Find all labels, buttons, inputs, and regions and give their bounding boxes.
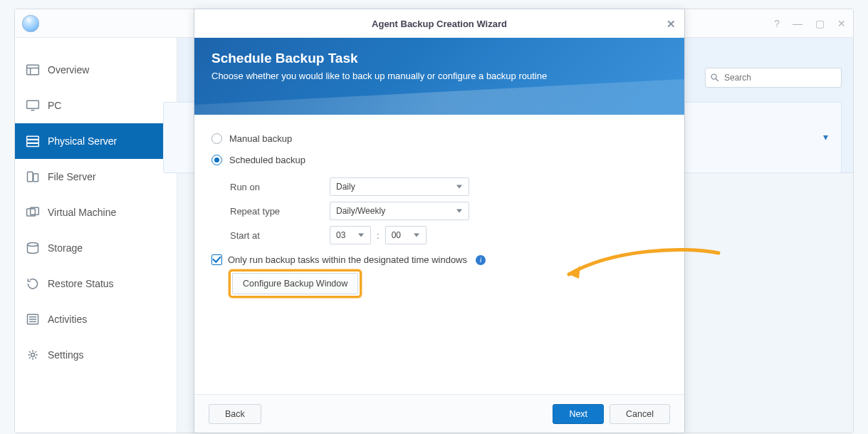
search-box[interactable] — [705, 68, 842, 88]
server-icon — [25, 135, 41, 148]
svg-rect-6 — [27, 140, 39, 143]
info-icon[interactable]: i — [476, 255, 486, 265]
sidebar-item-file-server[interactable]: File Server — [15, 159, 177, 195]
search-input[interactable] — [724, 73, 837, 83]
sidebar-item-label: Storage — [48, 242, 83, 254]
sidebar-item-label: Settings — [48, 349, 84, 361]
sidebar-item-settings[interactable]: Settings — [15, 337, 177, 373]
sidebar-item-label: Restore Status — [48, 278, 114, 289]
chevron-down-icon: ▾ — [823, 131, 828, 143]
cancel-button[interactable]: Cancel — [610, 404, 670, 424]
sidebar-item-activities[interactable]: Activities — [15, 301, 177, 337]
radio-icon — [211, 155, 222, 165]
svg-rect-5 — [27, 136, 39, 139]
start-minute-select[interactable]: 00 — [385, 226, 427, 244]
storage-icon — [25, 242, 41, 254]
wizard-titlebar: Agent Backup Creation Wizard ✕ — [194, 9, 684, 38]
start-hour-select[interactable]: 03 — [330, 226, 371, 244]
radio-label: Manual backup — [229, 133, 292, 144]
run-on-select[interactable]: Daily — [330, 177, 469, 196]
activities-icon — [25, 313, 41, 326]
window-controls: ? — ▢ ✕ — [774, 18, 846, 29]
wizard-modal: Agent Backup Creation Wizard ✕ Schedule … — [194, 9, 685, 433]
sidebar-item-physical-server[interactable]: Physical Server — [15, 123, 177, 159]
back-button[interactable]: Back — [209, 404, 261, 424]
search-icon — [710, 73, 720, 83]
sidebar-item-label: Activities — [48, 314, 87, 325]
time-colon: : — [377, 230, 380, 241]
pc-icon — [25, 99, 41, 112]
configure-backup-highlight: Configure Backup Window — [229, 269, 362, 298]
start-at-label: Start at — [230, 230, 330, 241]
sidebar-item-overview[interactable]: Overview — [15, 52, 177, 88]
svg-point-18 — [711, 74, 716, 79]
svg-rect-0 — [27, 65, 39, 74]
sidebar-item-storage[interactable]: Storage — [15, 230, 177, 266]
configure-backup-window-button[interactable]: Configure Backup Window — [232, 273, 358, 294]
radio-scheduled[interactable]: Scheduled backup — [211, 149, 667, 170]
sidebar-item-pc[interactable]: PC — [15, 88, 177, 123]
checkbox-label: Only run backup tasks within the designa… — [228, 254, 467, 265]
sidebar-item-label: File Server — [48, 171, 96, 182]
help-icon[interactable]: ? — [774, 18, 780, 29]
sidebar-item-virtual-machine[interactable]: Virtual Machine — [15, 195, 177, 230]
backup-window-checkbox-row[interactable]: Only run backup tasks within the designa… — [211, 254, 667, 265]
svg-rect-7 — [27, 143, 39, 146]
wizard-header: Schedule Backup Task Choose whether you … — [194, 38, 684, 115]
next-button[interactable]: Next — [553, 404, 604, 424]
svg-point-12 — [28, 243, 38, 247]
wizard-title: Agent Backup Creation Wizard — [372, 19, 507, 29]
repeat-type-select[interactable]: Daily/Weekly — [330, 202, 469, 220]
svg-rect-3 — [27, 100, 39, 108]
svg-point-17 — [31, 353, 35, 357]
sidebar-item-restore-status[interactable]: Restore Status — [15, 266, 177, 301]
wizard-header-title: Schedule Backup Task — [211, 51, 667, 66]
wizard-body: Manual backup Scheduled backup Run on Da… — [194, 115, 684, 311]
radio-icon — [211, 133, 222, 144]
sidebar: Overview PC Physical Server File Server … — [15, 38, 177, 433]
maximize-icon[interactable]: ▢ — [815, 18, 825, 29]
svg-rect-8 — [28, 172, 33, 181]
vm-icon — [25, 206, 41, 219]
app-logo-icon — [22, 15, 39, 32]
run-on-label: Run on — [230, 182, 330, 192]
sidebar-item-label: PC — [48, 100, 61, 111]
sidebar-item-label: Physical Server — [48, 135, 117, 147]
close-app-icon[interactable]: ✕ — [837, 18, 846, 29]
overview-icon — [25, 63, 41, 76]
gear-icon — [25, 348, 41, 361]
wizard-header-subtitle: Choose whether you would like to back up… — [211, 71, 667, 81]
file-server-icon — [25, 170, 41, 183]
schedule-subform: Run on Daily Repeat type Daily/Weekly St… — [230, 175, 667, 247]
repeat-type-label: Repeat type — [230, 206, 330, 217]
svg-rect-9 — [33, 174, 38, 182]
radio-label: Scheduled backup — [229, 155, 305, 165]
checkbox-icon — [211, 254, 222, 265]
sidebar-item-label: Virtual Machine — [48, 207, 116, 218]
svg-line-19 — [716, 78, 718, 81]
sidebar-item-label: Overview — [48, 64, 89, 76]
restore-icon — [25, 277, 41, 290]
radio-manual[interactable]: Manual backup — [211, 128, 667, 149]
minimize-icon[interactable]: — — [793, 18, 802, 29]
close-icon[interactable]: ✕ — [666, 18, 676, 31]
wizard-footer: Back Next Cancel — [194, 394, 684, 433]
